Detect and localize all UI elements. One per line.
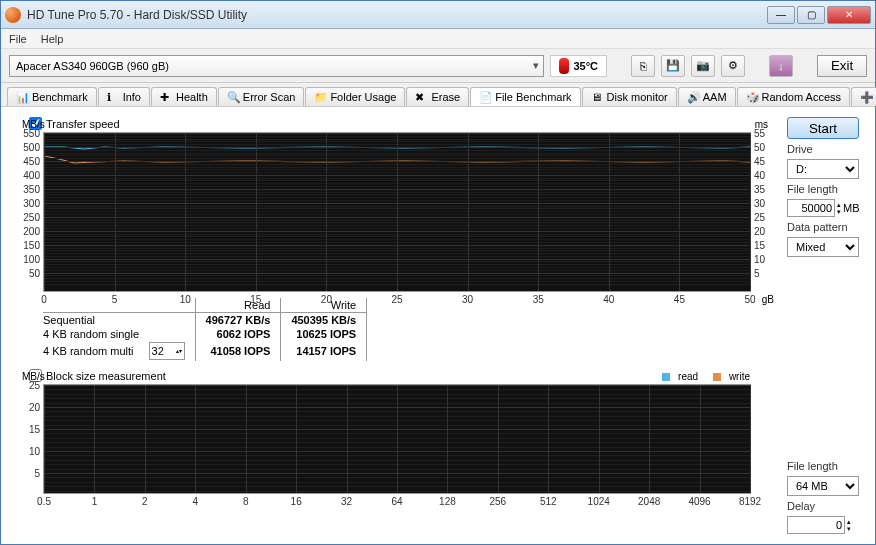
menu-help[interactable]: Help	[41, 33, 64, 45]
tab-folder-usage[interactable]: 📁Folder Usage	[305, 87, 405, 106]
toolbar-settings-icon[interactable]: ⚙	[721, 55, 745, 77]
tab-aam[interactable]: 🔊AAM	[678, 87, 736, 106]
results-table: Read Write Sequential 496727 KB/s 450395…	[43, 298, 779, 361]
filelen-label: File length	[787, 183, 861, 195]
temperature-display: 35°C	[550, 55, 607, 77]
rand-single-write: 10625 IOPS	[281, 327, 367, 341]
tab-icon: 📊	[16, 91, 28, 103]
toolbar-refresh-icon[interactable]: ↓	[769, 55, 793, 77]
tab-icon: 📄	[479, 91, 491, 103]
titlebar[interactable]: HD Tune Pro 5.70 - Hard Disk/SSD Utility…	[1, 1, 875, 29]
temperature-value: 35°C	[573, 60, 598, 72]
delay-label: Delay	[787, 500, 861, 512]
tab-icon: 📁	[314, 91, 326, 103]
thermometer-icon	[559, 58, 569, 74]
row-random-single-label: 4 KB random single	[43, 327, 195, 341]
block-size-label: Block size measurement	[46, 370, 166, 382]
tab-icon: ➕	[860, 91, 872, 103]
tab-extra-tests[interactable]: ➕Extra tests	[851, 87, 876, 106]
tab-icon: 🔍	[227, 91, 239, 103]
tab-disk-monitor[interactable]: 🖥Disk monitor	[582, 87, 677, 106]
drive-dropdown[interactable]: Apacer AS340 960GB (960 gB)	[9, 55, 544, 77]
row-random-multi-label: 4 KB random multi 32	[43, 341, 195, 361]
delay-stepper-icon[interactable]: ▴▾	[847, 518, 851, 532]
exit-button[interactable]: Exit	[817, 55, 867, 77]
tab-benchmark[interactable]: 📊Benchmark	[7, 87, 97, 106]
transfer-chart: MB/s ms gB 55055500504504540040350353003…	[43, 132, 751, 292]
toolbar-save-icon[interactable]: 💾	[661, 55, 685, 77]
rand-multi-write: 14157 IOPS	[281, 341, 367, 361]
drive-letter-select[interactable]: D:	[787, 159, 859, 179]
rand-single-read: 6062 IOPS	[195, 327, 281, 341]
tab-icon: ✖	[415, 91, 427, 103]
menubar: File Help	[1, 29, 875, 49]
tab-erase[interactable]: ✖Erase	[406, 87, 469, 106]
tab-file-benchmark[interactable]: 📄File Benchmark	[470, 87, 580, 106]
drive-label: Drive	[787, 143, 861, 155]
transfer-speed-label: Transfer speed	[46, 118, 120, 130]
multi-depth-stepper[interactable]: 32	[149, 342, 185, 360]
tab-panel-file-benchmark: Transfer speed MB/s ms gB 55055500504504…	[1, 107, 875, 544]
tab-row: 📊BenchmarkℹInfo✚Health🔍Error Scan📁Folder…	[1, 83, 875, 107]
rand-multi-read: 41058 IOPS	[195, 341, 281, 361]
close-button[interactable]: ✕	[827, 6, 871, 24]
filelen2-label: File length	[787, 460, 861, 472]
toolbar: Apacer AS340 960GB (960 gB) 35°C ⎘ 💾 📷 ⚙…	[1, 49, 875, 83]
side-panel: Start Drive D: File length ▴▾ MB Data pa…	[787, 117, 861, 534]
delay-input[interactable]	[787, 516, 845, 534]
window-title: HD Tune Pro 5.70 - Hard Disk/SSD Utility	[27, 8, 767, 22]
seq-read: 496727 KB/s	[195, 313, 281, 328]
filelen2-select[interactable]: 64 MB	[787, 476, 859, 496]
filelen-unit: MB	[843, 202, 860, 214]
tab-info[interactable]: ℹInfo	[98, 87, 150, 106]
drive-dropdown-value: Apacer AS340 960GB (960 gB)	[16, 60, 169, 72]
row-sequential-label: Sequential	[43, 313, 195, 328]
filelen-stepper-icon[interactable]: ▴▾	[837, 201, 841, 215]
tab-icon: 🖥	[591, 91, 603, 103]
menu-file[interactable]: File	[9, 33, 27, 45]
toolbar-copy-icon[interactable]: ⎘	[631, 55, 655, 77]
tab-icon: 🎲	[746, 91, 758, 103]
seq-write: 450395 KB/s	[281, 313, 367, 328]
chart1-unit-x: gB	[762, 294, 774, 305]
app-window: HD Tune Pro 5.70 - Hard Disk/SSD Utility…	[0, 0, 876, 545]
maximize-button[interactable]: ▢	[797, 6, 825, 24]
tab-icon: 🔊	[687, 91, 699, 103]
block-chart: MB/s read write 2520151050.5124816326412…	[43, 384, 751, 494]
tab-icon: ✚	[160, 91, 172, 103]
pattern-select[interactable]: Mixed	[787, 237, 859, 257]
tab-icon: ℹ	[107, 91, 119, 103]
start-button[interactable]: Start	[787, 117, 859, 139]
tab-random-access[interactable]: 🎲Random Access	[737, 87, 850, 106]
chart2-legend: read write	[650, 371, 750, 382]
filelen-input[interactable]	[787, 199, 835, 217]
toolbar-screenshot-icon[interactable]: 📷	[691, 55, 715, 77]
tab-error-scan[interactable]: 🔍Error Scan	[218, 87, 305, 106]
col-read: Read	[195, 298, 281, 313]
pattern-label: Data pattern	[787, 221, 861, 233]
app-icon	[5, 7, 21, 23]
tab-health[interactable]: ✚Health	[151, 87, 217, 106]
minimize-button[interactable]: —	[767, 6, 795, 24]
